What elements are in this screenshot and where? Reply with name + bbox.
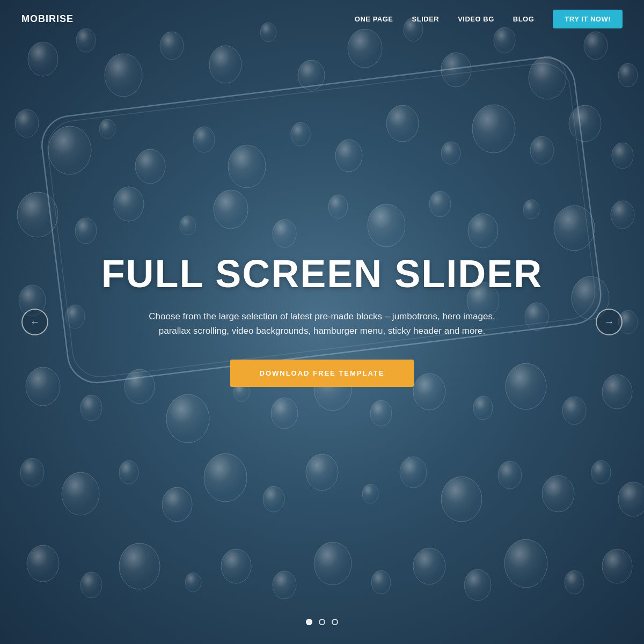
hero-title: FULL SCREEN SLIDER: [101, 252, 543, 296]
nav-item-videobg[interactable]: VIDEO BG: [458, 14, 494, 24]
nav-item-onepage[interactable]: ONE PAGE: [355, 14, 393, 24]
nav-link-blog[interactable]: BLOG: [513, 15, 535, 23]
nav-item-slider[interactable]: SLIDER: [412, 14, 440, 24]
download-button[interactable]: DOWNLOAD FREE TEMPLATE: [230, 360, 414, 387]
nav-item-cta[interactable]: Try It Now!: [553, 14, 623, 24]
brand-logo: MOBIRISE: [21, 13, 74, 25]
nav-cta-button[interactable]: Try It Now!: [553, 10, 623, 28]
hero-section: MOBIRISE ONE PAGE SLIDER VIDEO BG BLOG T…: [0, 0, 644, 644]
navbar: MOBIRISE ONE PAGE SLIDER VIDEO BG BLOG T…: [0, 0, 644, 38]
slider-next-button[interactable]: →: [596, 309, 623, 335]
slide-dot-3[interactable]: [332, 619, 338, 625]
nav-link-onepage[interactable]: ONE PAGE: [355, 15, 393, 23]
nav-item-blog[interactable]: BLOG: [513, 14, 535, 24]
nav-links: ONE PAGE SLIDER VIDEO BG BLOG Try It Now…: [355, 14, 623, 24]
slider-dots: [306, 619, 338, 625]
prev-arrow-icon: ←: [30, 317, 40, 328]
slide-dot-2[interactable]: [319, 619, 325, 625]
hero-content: FULL SCREEN SLIDER Choose from the large…: [0, 0, 644, 644]
next-arrow-icon: →: [604, 317, 614, 328]
hero-subtitle: Choose from the large selection of lates…: [140, 309, 504, 338]
slide-dot-1[interactable]: [306, 619, 312, 625]
nav-link-videobg[interactable]: VIDEO BG: [458, 15, 494, 23]
nav-link-slider[interactable]: SLIDER: [412, 15, 440, 23]
slider-prev-button[interactable]: ←: [21, 309, 48, 335]
